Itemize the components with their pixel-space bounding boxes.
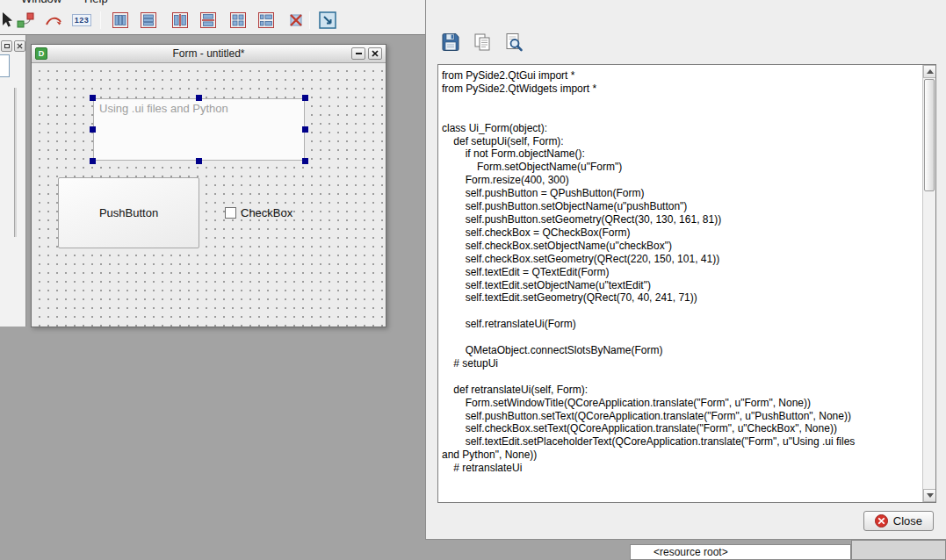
break-layout-x-icon [286,11,306,30]
adjust-size-icon[interactable] [316,9,339,32]
layout-vertical-splitter-icon[interactable] [197,9,220,32]
checkbox-indicator[interactable] [225,207,236,219]
dialog-close-button[interactable]: Close [863,511,934,531]
toolbar-separator [309,11,310,29]
form-close-button[interactable] [368,47,382,60]
edit-tab-order-icon[interactable]: 123 [70,9,93,32]
copy-icon[interactable] [470,30,495,54]
view-code-dialog: from PySide2.QtGui import * from PySide2… [425,0,946,540]
checkbox-label: CheckBox [241,206,292,219]
selection-handle[interactable] [302,158,308,164]
copy-pages-icon [472,32,493,53]
dock-scrollbar[interactable] [14,88,17,237]
x-icon [17,43,23,49]
selection-handle[interactable] [90,126,96,133]
adjust-size-arrow-icon [318,11,337,30]
layout-form-icon[interactable] [255,9,278,32]
edit-buddies-icon[interactable] [42,9,65,32]
magnifier-document-icon [503,32,524,53]
toolbar-separator [100,11,101,29]
vertical-layout-icon [139,11,158,30]
selection-handle[interactable] [302,126,308,133]
main-toolbar: 123 [0,5,425,35]
vertical-splitter-icon [199,11,218,30]
form-canvas[interactable]: Using .ui files and Python PushButton Ch… [32,63,386,327]
find-icon[interactable] [502,30,526,54]
selection-handle[interactable] [90,158,96,164]
break-layout-icon[interactable] [285,9,307,32]
signals-slots-icon [16,11,35,30]
close-circle-icon [875,514,888,528]
form-editor-window: D Form - untitled* Using .ui files and P… [31,44,386,327]
scroll-down-icon[interactable] [923,489,936,502]
horizontal-layout-icon [111,11,130,30]
dock-float-icon[interactable] [1,40,12,52]
widget-box-dock [0,35,26,327]
code-view[interactable]: from PySide2.QtGui import * from PySide2… [437,64,936,503]
textedit-widget[interactable]: Using .ui files and Python [93,98,305,161]
minimize-icon [356,53,362,54]
selection-handle[interactable] [196,95,202,101]
resource-root-item[interactable]: <resource root> [631,545,850,558]
layout-horizontal-icon[interactable] [109,9,132,32]
textedit-placeholder: Using .ui files and Python [94,99,304,118]
buddy-arrow-icon [44,11,63,30]
dock-close-icon[interactable] [14,40,25,52]
selection-handle[interactable] [196,158,202,164]
scrollbar-thumb[interactable] [924,79,935,191]
code-scrollbar[interactable] [922,65,935,502]
pushbutton-widget[interactable]: PushButton [58,177,199,248]
designer-form-icon: D [35,47,47,60]
form-minimize-button[interactable] [351,47,365,60]
widget-filter-input[interactable] [0,54,10,77]
selection-handle[interactable] [90,95,96,101]
scroll-up-icon[interactable] [923,65,936,78]
qt-designer-app: Window Help 123 [0,0,946,560]
up-arrow-icon [927,69,934,74]
floppy-disk-icon [440,32,461,53]
form-window-title: Form - untitled* [32,47,386,60]
layout-grid-icon[interactable] [227,9,249,32]
grid-layout-icon [228,11,248,30]
layout-horizontal-splitter-icon[interactable] [169,9,191,32]
horizontal-splitter-icon [170,11,190,30]
generated-code[interactable]: from PySide2.QtGui import * from PySide2… [438,65,921,502]
form-layout-icon [256,11,276,30]
restore-glyph-icon [4,44,10,48]
resource-panel-fragment [851,540,946,560]
save-icon[interactable] [438,30,463,54]
down-arrow-icon [927,493,934,498]
checkbox-widget[interactable]: CheckBox [225,195,314,231]
resource-browser: <resource root> [630,544,851,560]
designer-form-icon-letter: D [39,49,45,58]
close-button-label: Close [893,514,922,528]
selection-handle[interactable] [302,95,308,101]
layout-vertical-icon[interactable] [137,9,160,32]
form-window-titlebar[interactable]: D Form - untitled* [32,45,386,63]
close-x-icon [372,50,379,57]
edit-signals-slots-icon[interactable] [14,9,37,32]
code-dialog-toolbar [438,30,526,56]
tab-order-label: 123 [72,14,92,26]
